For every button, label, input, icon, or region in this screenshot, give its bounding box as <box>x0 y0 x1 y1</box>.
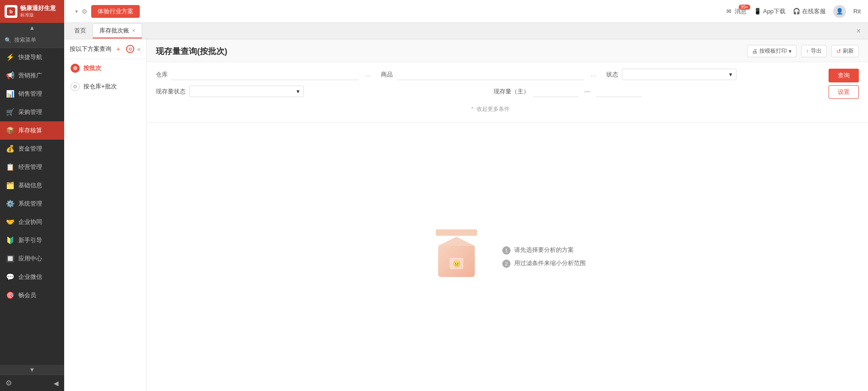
sidebar: b 畅康通好生意 标准版 ▲ 🔍 搜索菜单 ⚡ 快捷导航 📢 营销推广 📊 销售… <box>0 0 64 391</box>
step-1-num: 1 <box>502 246 511 255</box>
sidebar-item-marketing[interactable]: 📢 营销推广 <box>0 66 64 85</box>
stock-status-label: 现存量状态 <box>156 87 186 96</box>
sidebar-scroll-up[interactable]: ▲ <box>0 23 64 33</box>
warehouse-input[interactable] <box>171 69 359 80</box>
scheme-settings-icon: ⚙ <box>126 45 134 53</box>
tab-home[interactable]: 首页 <box>68 24 93 38</box>
product-label: 商品 <box>381 71 393 79</box>
scheme-inactive-icon: ⚙ <box>71 82 80 91</box>
left-panel-header: 按以下方案查询 + ⚙ « <box>64 39 146 59</box>
filter-row-1: 仓库 … 商品 … 状态 <box>156 69 824 80</box>
sales-icon: 📊 <box>5 89 15 98</box>
refresh-btn[interactable]: ↺ 刷新 <box>831 45 859 57</box>
sidebar-item-inventory[interactable]: 📦 库存核算 <box>0 121 64 140</box>
left-panel-actions: + ⚙ « <box>113 44 141 54</box>
sidebar-item-operations[interactable]: 📋 经营管理 <box>0 158 64 176</box>
user-icon: 👤 <box>836 8 843 15</box>
topbar-gear-icon[interactable]: ⚙ <box>82 8 88 15</box>
sidebar-nav: ⚡ 快捷导航 📢 营销推广 📊 销售管理 🛒 采购管理 📦 库存核算 💰 资金管… <box>0 48 64 365</box>
tab-close-icon[interactable]: × <box>132 27 135 34</box>
query-btn[interactable]: 查询 <box>829 69 859 82</box>
purchase-icon: 🛒 <box>5 108 15 117</box>
stock-amount-min[interactable] <box>533 86 579 97</box>
sidebar-item-finance[interactable]: 💰 资金管理 <box>0 140 64 158</box>
stock-amount-max[interactable] <box>596 86 642 97</box>
step-2-text: 用过滤条件来缩小分析范围 <box>514 259 586 267</box>
step-1-text: 请先选择要分析的方案 <box>514 246 574 254</box>
panel-close-btn[interactable]: × <box>853 27 864 35</box>
sidebar-settings-icon[interactable]: ⚙ <box>5 379 12 387</box>
phone-icon: 📱 <box>754 8 761 15</box>
topbar-right: ✉ 消息 99+ 📱 App下载 🎧 在线客服 👤 Rit <box>726 5 861 18</box>
operations-icon: 📋 <box>5 163 15 172</box>
tab-inventory-batch[interactable]: 库存批次账 × <box>93 23 142 38</box>
messages-btn[interactable]: ✉ 消息 99+ <box>726 7 747 16</box>
basic-icon: 🗂️ <box>5 181 15 190</box>
sidebar-footer: ⚙ ◀ <box>0 375 64 391</box>
empty-step-2: 2 用过滤条件来缩小分析范围 <box>502 259 586 268</box>
refresh-icon: ↺ <box>836 48 841 54</box>
search-icon: 🔍 <box>5 37 11 43</box>
tab-bar: 首页 库存批次账 × × <box>64 23 868 39</box>
right-panel: 现存量查询(按批次) 🖨 按模板打印 ▾ ↑ 导出 ↺ 刷新 <box>147 39 868 391</box>
product-more-btn[interactable]: … <box>588 71 599 79</box>
print-icon: 🖨 <box>752 48 758 54</box>
sidebar-item-enterprise[interactable]: 🤝 企业协同 <box>0 213 64 231</box>
status-field: 状态 ▾ <box>606 69 824 80</box>
empty-illustration: 😐 <box>429 229 484 284</box>
sidebar-item-basic[interactable]: 🗂️ 基础信息 <box>0 176 64 195</box>
newbie-icon: 🔰 <box>5 236 15 245</box>
sidebar-item-apps[interactable]: 🔲 应用中心 <box>0 250 64 268</box>
sidebar-collapse-icon[interactable]: ◀ <box>54 380 59 387</box>
empty-state: 😐 1 请先选择要分析的方案 2 用过滤条件来缩小分析范围 <box>147 123 868 391</box>
sidebar-item-wechat[interactable]: 💬 企业微信 <box>0 268 64 286</box>
export-btn[interactable]: ↑ 导出 <box>801 45 827 57</box>
sidebar-brand: 畅康通好生意 标准版 <box>20 5 56 19</box>
warehouse-more-btn[interactable]: … <box>363 71 374 79</box>
status-select[interactable]: ▾ <box>622 69 736 80</box>
sidebar-search[interactable]: 🔍 搜索菜单 <box>0 33 64 48</box>
scheme-active-icon: ⚙ <box>71 64 80 73</box>
sidebar-item-sales[interactable]: 📊 销售管理 <box>0 85 64 103</box>
scheme-by-batch[interactable]: ⚙ 按批次 <box>64 59 146 77</box>
step-2-num: 2 <box>502 260 511 268</box>
sidebar-item-purchase[interactable]: 🛒 采购管理 <box>0 103 64 121</box>
marketing-icon: 📢 <box>5 71 15 80</box>
stock-amount-field: 现存量（主） — <box>494 86 824 97</box>
settings-btn[interactable]: 设置 <box>829 85 859 99</box>
sidebar-logo: b <box>5 5 17 18</box>
stock-status-field: 现存量状态 ▾ <box>156 86 486 97</box>
left-panel-collapse-btn[interactable]: « <box>137 45 141 53</box>
collapse-icon: ⌃ <box>470 106 475 113</box>
topbar-dropdown[interactable]: ▾ <box>75 8 78 15</box>
sidebar-scroll-down[interactable]: ▼ <box>0 365 64 375</box>
print-btn[interactable]: 🖨 按模板打印 ▾ <box>747 45 797 57</box>
trial-btn[interactable]: 体验行业方案 <box>91 5 140 18</box>
filter-row-wrap: 仓库 … 商品 … 状态 <box>156 69 859 116</box>
enterprise-icon: 🤝 <box>5 217 15 227</box>
online-service-btn[interactable]: 🎧 在线客服 <box>793 7 826 16</box>
sidebar-item-vip[interactable]: 🎯 畅会员 <box>0 286 64 304</box>
finance-icon: 💰 <box>5 144 15 153</box>
product-input[interactable] <box>396 69 584 80</box>
collapse-more-btn[interactable]: ⌃ 收起更多条件 <box>156 103 824 116</box>
sidebar-header: b 畅康通好生意 标准版 <box>0 0 64 23</box>
empty-text-area: 1 请先选择要分析的方案 2 用过滤条件来缩小分析范围 <box>502 246 586 268</box>
app-download-btn[interactable]: 📱 App下载 <box>754 7 786 16</box>
scheme-by-warehouse-batch[interactable]: ⚙ 按仓库+批次 <box>64 77 146 96</box>
status-dropdown-icon: ▾ <box>729 71 732 78</box>
page-title: 现存量查询(按批次) <box>156 46 227 57</box>
filter-fields-area: 仓库 … 商品 … 状态 <box>156 69 824 116</box>
vip-icon: 🎯 <box>5 291 15 300</box>
content-area: 按以下方案查询 + ⚙ « ⚙ 按批次 ⚙ 按仓库+批次 现存量查询(按批次) <box>64 39 868 391</box>
query-btn-area: 查询 设置 <box>829 69 859 99</box>
sidebar-item-system[interactable]: ⚙️ 系统管理 <box>0 195 64 213</box>
messages-badge: 99+ <box>739 5 750 10</box>
sidebar-item-shortcut[interactable]: ⚡ 快捷导航 <box>0 48 64 66</box>
user-avatar[interactable]: 👤 <box>833 5 846 18</box>
sidebar-item-newbie[interactable]: 🔰 新手引导 <box>0 231 64 250</box>
add-scheme-btn[interactable]: + <box>113 44 123 54</box>
filter-row-2: 现存量状态 ▾ 现存量（主） — <box>156 86 824 97</box>
system-icon: ⚙️ <box>5 199 15 208</box>
stock-status-select[interactable]: ▾ <box>189 86 304 97</box>
